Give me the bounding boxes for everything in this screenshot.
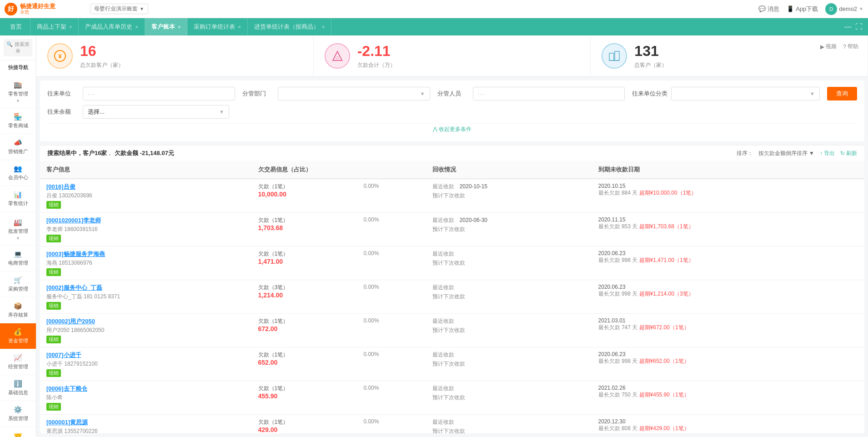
filter-source-unit-input[interactable]: ··· xyxy=(83,87,235,100)
sidebar-item-system[interactable]: ⚙️ 系统管理 xyxy=(0,401,36,427)
refresh-btn[interactable]: ↻ 刷新 xyxy=(840,150,857,157)
customer-phone: 黄思源 13552700226 xyxy=(46,427,246,433)
sidebar-item-capital[interactable]: 💰 资金管理 xyxy=(0,323,36,349)
sidebar-item-retail-mall[interactable]: 🏪 零售商城 xyxy=(0,108,36,134)
customer-name-link[interactable]: [0007]小进千 xyxy=(46,352,81,358)
cell-debt-info: 欠款（1笔） 455.90 xyxy=(252,381,357,415)
message-btn[interactable]: 💬 消息 xyxy=(758,5,779,13)
customer-name-link[interactable]: [0006]去下粮仓 xyxy=(46,385,87,392)
sidebar-item-basic-info[interactable]: ℹ️ 基础信息 xyxy=(0,375,36,401)
debt-count: 欠款（1笔） xyxy=(258,418,351,426)
last-collect-label: 最近收款 xyxy=(432,284,454,291)
debt-amount[interactable]: 1,214.00 xyxy=(258,291,351,299)
customer-name-link[interactable]: [000002]用户2050 xyxy=(46,318,95,325)
last-collect-date: 2020-06-30 xyxy=(460,217,487,223)
video-btn[interactable]: ▶ 视频 xyxy=(820,43,837,50)
filter-person-input[interactable]: ··· xyxy=(473,87,625,100)
debt-amount[interactable]: 10,000.00 xyxy=(258,191,351,198)
cell-collection: 最近收款 2020-06-30 预计下次收款 xyxy=(426,213,592,246)
retail-stats-icon: 📊 xyxy=(14,191,22,199)
debt-amount[interactable]: 1,471.00 xyxy=(258,258,351,265)
filter-person-label: 分管人员 xyxy=(437,90,469,98)
cell-collection: 最近收款 预计下次收款 xyxy=(426,381,592,415)
overdue-link[interactable]: 超期¥429.00（1笔） xyxy=(639,425,689,432)
tab-product-history[interactable]: 产成品入库单历史 × xyxy=(79,18,145,35)
overdue-link[interactable]: 超期¥1,703.68（1笔） xyxy=(639,223,694,230)
overdue-link[interactable]: 超期¥455.90（1笔） xyxy=(639,392,689,398)
tab-close-purchase-stats[interactable]: × xyxy=(322,24,325,30)
sidebar-item-ecommerce[interactable]: 💻 电商管理 xyxy=(0,246,36,271)
help-btn[interactable]: ? 帮助 xyxy=(843,43,858,50)
sidebar-item-retail-stats[interactable]: 📊 零售统计 xyxy=(0,186,36,212)
filter-section: 往来单位 ··· 分管部门 ▼ 分管人员 xyxy=(40,80,864,141)
cell-collection: 最近收款 预计下次收款 xyxy=(426,280,592,314)
sort-select[interactable]: 按欠款金额倒序排序 ▼ xyxy=(758,150,814,157)
tab-close-product-history[interactable]: × xyxy=(135,24,138,30)
sidebar-item-enterprise[interactable]: 🤝 企业协同 xyxy=(0,427,36,437)
customer-name-link[interactable]: [0001020001]李老师 xyxy=(46,217,101,224)
message-icon: 💬 xyxy=(758,5,766,12)
sidebar-quick-nav[interactable]: 快捷导航 xyxy=(0,60,36,75)
customer-name-link[interactable]: [0016]吕俊 xyxy=(46,183,75,190)
sidebar-item-marketing[interactable]: 📣 营销推广 xyxy=(0,134,36,160)
filter-dept-select[interactable]: ▼ xyxy=(278,87,430,100)
sidebar-item-operations[interactable]: 📈 经营管理 xyxy=(0,349,36,375)
app-download-btn[interactable]: 📱 App下载 xyxy=(787,5,818,13)
nav-minimize-btn[interactable]: — xyxy=(844,23,852,31)
overdue-days: 最长欠款 998 天 xyxy=(598,257,639,263)
tab-close-product-shelves[interactable]: × xyxy=(69,24,72,30)
user-menu[interactable]: D demo2 ▼ xyxy=(825,3,863,15)
overdue-link[interactable]: 超期¥1,214.00（3笔） xyxy=(639,291,694,297)
debt-amount[interactable]: 652.00 xyxy=(258,359,351,366)
filter-collapse-btn[interactable]: ⋀ 收起更多条件 xyxy=(47,123,857,135)
overdue-link[interactable]: 超期¥10,000.00（1笔） xyxy=(639,190,697,196)
overdue-link[interactable]: 超期¥672.00（1笔） xyxy=(639,324,689,331)
tab-home[interactable]: 首页 xyxy=(2,18,30,35)
cell-customer-info: [0016]吕俊 吕俊 13026203696 现销 xyxy=(40,179,252,213)
cell-debt-ratio: 0.00% xyxy=(357,314,426,347)
sidebar-item-wholesale[interactable]: 🏭 批发管理 ▼ xyxy=(0,214,36,246)
tab-product-shelves[interactable]: 商品上下架 × xyxy=(30,18,79,35)
cell-debt-info: 欠款（1笔） 1,703.68 xyxy=(252,213,357,246)
tab-customer-account[interactable]: 客户账本 × xyxy=(145,18,187,35)
tab-purchase-stats[interactable]: 进货单统计表（按商品） × xyxy=(248,18,331,35)
last-collect-label: 最近收款 xyxy=(432,318,454,324)
debt-amount[interactable]: 672.00 xyxy=(258,325,351,332)
sidebar-item-inventory[interactable]: 📦 库存核算 xyxy=(0,297,36,323)
cell-debt-ratio: 0.00% xyxy=(357,246,426,280)
filter-unit-class-select[interactable]: ▼ xyxy=(671,87,820,100)
logo-icon: 好 xyxy=(5,3,17,15)
filter-balance-select[interactable]: 选择... ▼ xyxy=(83,105,229,119)
debt-amount[interactable]: 429.00 xyxy=(258,426,351,433)
debt-amount[interactable]: 455.90 xyxy=(258,392,351,400)
cell-collection: 最近收款 预计下次收款 xyxy=(426,246,592,280)
overdue-link[interactable]: 超期¥1,471.00（1笔） xyxy=(639,257,694,263)
stat-info-debt-amount: -2.11 欠款合计（万） xyxy=(357,43,396,69)
overdue-days: 最长欠款 808 天 xyxy=(598,425,639,432)
tab-purchase-order[interactable]: 采购订单统计表 × xyxy=(187,18,247,35)
tab-close-purchase-order[interactable]: × xyxy=(238,24,241,30)
customer-name-link[interactable]: [0002]服务中心_丁磊 xyxy=(46,284,102,291)
debt-amount[interactable]: 1,703.68 xyxy=(258,224,351,231)
sidebar-search[interactable]: 🔍 搜索菜单 xyxy=(0,35,36,60)
sidebar-item-member[interactable]: 👥 会员中心 xyxy=(0,160,36,186)
table-row: [0001020001]李老师 李老师 18600391516 现销 欠款（1笔… xyxy=(40,213,864,246)
cell-debt-info: 欠款（3笔） 1,214.00 xyxy=(252,280,357,314)
sidebar-item-purchase[interactable]: 🛒 采购管理 xyxy=(0,271,36,297)
cell-due-date: 2021.02.26 最长欠款 750 天 超期¥455.90（1笔） xyxy=(592,381,864,415)
customer-name-link[interactable]: [000001]黄思源 xyxy=(46,419,88,426)
export-btn[interactable]: ↑ 导出 xyxy=(820,150,835,157)
tab-close-customer-account[interactable]: × xyxy=(178,24,181,30)
customer-name-link[interactable]: [0003]畅捷服务尹海燕 xyxy=(46,251,105,257)
overdue-link[interactable]: 超期¥652.00（1笔） xyxy=(639,358,689,364)
customer-tag: 现销 xyxy=(46,403,61,411)
cell-customer-info: [0002]服务中心_丁磊 服务中心_丁磊 181 0125 8371 现销 xyxy=(40,280,252,314)
nav-maximize-btn[interactable]: ⛶ xyxy=(855,23,863,31)
cell-debt-info: 欠款（1笔） 652.00 xyxy=(252,347,357,381)
sidebar-item-retail-mgmt[interactable]: 🏬 零售管理 ▼ xyxy=(0,76,36,108)
filter-unit-class-label: 往来单位分类 xyxy=(632,90,667,98)
industry-selector[interactable]: 母婴行业演示账套 ▼ xyxy=(90,4,148,14)
debt-ratio: 0.00% xyxy=(363,317,379,324)
filter-balance-label: 往来余额 xyxy=(47,108,79,116)
query-button[interactable]: 查询 xyxy=(827,87,857,100)
